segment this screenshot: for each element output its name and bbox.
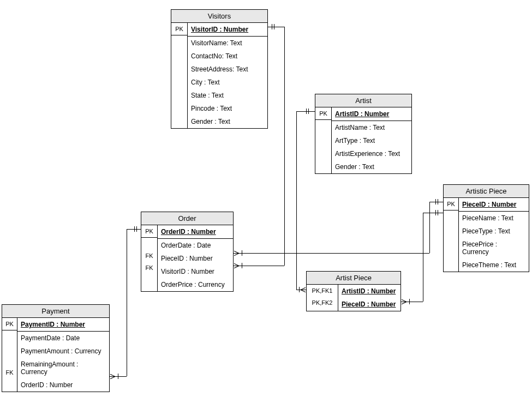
attr: VisitorID : Number bbox=[188, 23, 267, 37]
attr: VisitorID : Number bbox=[158, 265, 233, 278]
rel-line bbox=[296, 111, 297, 290]
rel-line bbox=[423, 213, 423, 302]
cardinality-one-icon bbox=[435, 199, 436, 204]
attr: PieceID : Number bbox=[459, 198, 529, 212]
cardinality-one-icon bbox=[306, 109, 307, 114]
key-label: FK bbox=[2, 366, 17, 378]
cardinality-tick bbox=[242, 263, 242, 268]
entity-title: Artist Piece bbox=[307, 272, 401, 285]
attr: RemainingAmount : Currency bbox=[17, 358, 109, 378]
entity-title: Order bbox=[141, 212, 233, 225]
entity-title: Artist bbox=[315, 94, 411, 107]
attr: ArtistID : Number bbox=[338, 285, 401, 298]
cardinality-one-icon bbox=[435, 210, 436, 215]
rel-line bbox=[127, 229, 127, 376]
attr: ArtistName : Text bbox=[332, 121, 411, 134]
key-label: FK bbox=[141, 250, 157, 262]
rel-artisticpiece-order bbox=[429, 202, 443, 202]
attr: Gender : Text bbox=[332, 160, 411, 173]
cardinality-many-icon bbox=[234, 263, 239, 268]
cardinality-one-icon bbox=[134, 226, 135, 232]
attr: ArtType : Text bbox=[332, 134, 411, 147]
entity-artist-piece: Artist Piece PK,FK1 PK,FK2 ArtistID : Nu… bbox=[306, 271, 401, 311]
entity-artistic-piece: Artistic Piece PK PieceID : Number Piece… bbox=[443, 184, 529, 272]
attr: ContactNo: Text bbox=[188, 50, 267, 63]
rel-visitors-order bbox=[268, 27, 284, 27]
attr: PieceName : Text bbox=[459, 212, 529, 225]
attr: Pincode : Text bbox=[188, 102, 267, 115]
rel-line bbox=[234, 253, 429, 254]
attr: PieceTheme : Text bbox=[459, 258, 529, 272]
entity-title: Payment bbox=[2, 305, 109, 318]
cardinality-one-icon bbox=[272, 24, 272, 29]
attr: PiecePrice : Currency bbox=[459, 238, 529, 258]
attr: City : Text bbox=[188, 76, 267, 89]
key-label: PK bbox=[444, 198, 458, 210]
entity-order: Order PK FK FK OrderID : Number OrderDat… bbox=[141, 212, 234, 292]
cardinality-many-icon bbox=[401, 299, 407, 304]
key-label: PK bbox=[171, 23, 187, 35]
cardinality-tick bbox=[118, 374, 118, 379]
rel-line bbox=[429, 202, 430, 253]
entity-title: Artistic Piece bbox=[444, 185, 529, 198]
attr: PaymentID : Number bbox=[17, 318, 109, 332]
attr: OrderID : Number bbox=[17, 378, 109, 392]
entity-title: Visitors bbox=[171, 10, 267, 23]
attr: PieceID : Number bbox=[158, 252, 233, 265]
cardinality-tick bbox=[299, 287, 300, 292]
attr: OrderDate : Date bbox=[158, 239, 233, 252]
key-label: PK,FK1 bbox=[307, 285, 338, 297]
entity-visitors: Visitors PK VisitorID : Number VisitorNa… bbox=[171, 9, 268, 129]
rel-order-payment bbox=[127, 229, 141, 230]
attr: PieceType : Text bbox=[459, 225, 529, 238]
cardinality-tick bbox=[242, 250, 242, 256]
key-label: PK,FK2 bbox=[307, 297, 338, 309]
key-label: FK bbox=[141, 262, 157, 274]
cardinality-many-icon bbox=[110, 374, 115, 379]
key-label bbox=[141, 238, 157, 250]
attr: ArtistExperience : Text bbox=[332, 147, 411, 160]
attr: PaymentDate : Date bbox=[17, 332, 109, 345]
key-label: PK bbox=[2, 318, 17, 330]
rel-line bbox=[234, 266, 284, 266]
attr: OrderID : Number bbox=[158, 225, 233, 239]
entity-artist: Artist PK ArtistID : Number ArtistName :… bbox=[315, 94, 412, 174]
attr: OrderPrice : Currency bbox=[158, 278, 233, 291]
cardinality-many-icon bbox=[234, 250, 239, 256]
attr: PieceID : Number bbox=[338, 298, 401, 311]
cardinality-tick bbox=[409, 299, 410, 304]
attr: Gender : Text bbox=[188, 115, 267, 128]
rel-artist-artistpiece bbox=[296, 111, 315, 112]
attr: State : Text bbox=[188, 89, 267, 102]
rel-artisticpiece-artistpiece bbox=[423, 213, 443, 213]
rel-line bbox=[284, 27, 285, 266]
entity-payment: Payment PK FK PaymentID : Number Payment… bbox=[2, 304, 110, 392]
key-label: PK bbox=[315, 107, 331, 120]
attr: StreetAddress: Text bbox=[188, 63, 267, 76]
attr: VisitorName: Text bbox=[188, 37, 267, 50]
cardinality-many-icon bbox=[301, 287, 306, 292]
key-label: PK bbox=[141, 225, 157, 238]
attr: PaymentAmount : Currency bbox=[17, 345, 109, 358]
attr: ArtistID : Number bbox=[332, 107, 411, 121]
